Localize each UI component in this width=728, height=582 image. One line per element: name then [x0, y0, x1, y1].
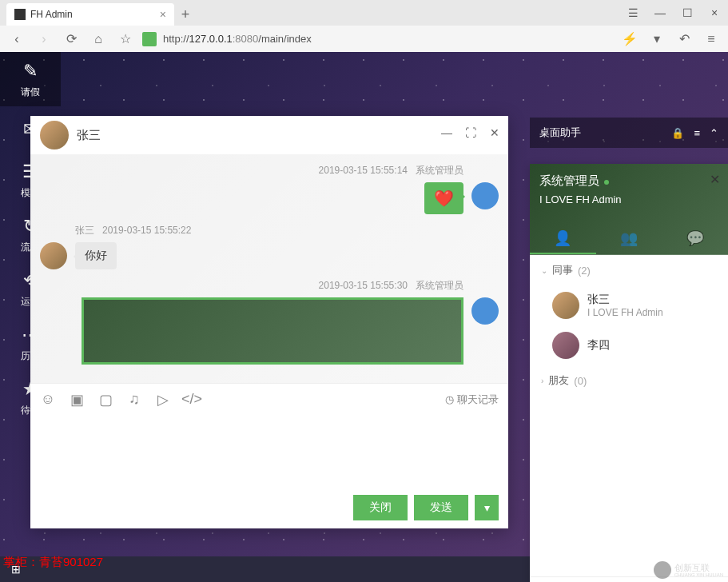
back-button[interactable]: ‹ — [6, 29, 27, 50]
menu-icon[interactable]: ≡ — [694, 127, 700, 139]
chat-toolbar: ☺ ▣ ▢ ♫ ▷ </> ◷ 聊天记录 — [30, 383, 508, 415]
chevron-right-icon: › — [541, 377, 543, 385]
tab-bar: FH Admin × + ☰ — ☐ × — [0, 0, 728, 26]
dropdown-icon[interactable]: ▾ — [646, 29, 667, 50]
group-count: (0) — [574, 375, 587, 387]
message-row: 你好 — [40, 242, 499, 269]
contact-header: ✕ 系统管理员 I LOVE FH Admin 👤 👥 💬 — [530, 164, 728, 255]
message-avatar[interactable] — [471, 182, 499, 209]
message-meta: 张三 2019-03-15 15:55:22 — [75, 224, 499, 237]
chat-textarea[interactable] — [40, 421, 499, 480]
folder-icon[interactable]: ▢ — [97, 392, 113, 408]
main-area: ✎ 请假 ✉ ☰ 模型 ↻ 流程 ⟲ 运行 ⋯ 历史 ★ 待办 张三 — [0, 52, 728, 582]
video-icon[interactable]: ▷ — [155, 392, 171, 408]
message-row — [40, 297, 499, 365]
group-header-colleagues[interactable]: ⌄ 同事 (2) — [530, 255, 728, 285]
contact-avatar — [552, 332, 579, 359]
favorite-button[interactable]: ☆ — [115, 29, 136, 50]
close-icon[interactable]: ✕ — [487, 126, 502, 140]
refresh-button[interactable]: ⟳ — [61, 29, 82, 50]
footer-owner-text: 掌柜：青苔901027 — [3, 555, 103, 570]
message-avatar[interactable] — [471, 297, 499, 325]
group-count: (2) — [578, 265, 591, 277]
chat-history-button[interactable]: ◷ 聊天记录 — [445, 393, 499, 407]
minimize-icon[interactable]: — — [440, 126, 454, 140]
new-tab-button[interactable]: + — [174, 3, 197, 26]
chat-body[interactable]: 2019-03-15 15:55:14 系统管理员 ❤️ 张三 2019-03-… — [30, 154, 508, 383]
tab-close-icon[interactable]: × — [160, 8, 166, 21]
undo-icon[interactable]: ↶ — [674, 29, 694, 50]
code-icon[interactable]: </> — [184, 392, 200, 408]
browser-tab[interactable]: FH Admin × — [6, 3, 174, 26]
tab-group[interactable]: 👥 — [596, 223, 662, 254]
lock-icon[interactable]: 🔒 — [671, 127, 684, 139]
sidebar-label: 请假 — [21, 86, 40, 99]
tab-title: FH Admin — [30, 9, 73, 20]
heart-icon: ❤️ — [434, 189, 454, 207]
close-icon[interactable]: ✕ — [710, 172, 720, 187]
contact-item-lisi[interactable]: 李四 — [530, 325, 728, 365]
browser-chrome: FH Admin × + ☰ — ☐ × ‹ › ⟳ ⌂ ☆ http://12… — [0, 0, 728, 52]
chat-window: 张三 — ⛶ ✕ 2019-03-15 15:55:14 系统管理员 ❤️ 张三… — [30, 116, 508, 528]
url-field[interactable]: http://127.0.0.1:8080/main/index — [163, 33, 613, 45]
image-icon[interactable]: ▣ — [69, 392, 85, 408]
status-dot-icon — [604, 180, 609, 185]
contact-tabs: 👤 👥 💬 — [530, 223, 728, 255]
edit-icon: ✎ — [19, 60, 42, 82]
window-maximize-icon[interactable]: ☐ — [674, 2, 701, 24]
watermark-logo-icon — [654, 561, 671, 579]
message-bubble: ❤️ — [424, 182, 463, 214]
headphone-icon[interactable]: ♫ — [126, 392, 142, 408]
message-avatar[interactable] — [40, 242, 67, 269]
contact-item-zhangsan[interactable]: 张三 I LOVE FH Admin — [530, 285, 728, 325]
watermark: 创新互联 CHUANG XIN HULIAN — [654, 561, 723, 579]
emoji-icon[interactable]: ☺ — [40, 392, 56, 408]
contact-list[interactable]: ⌄ 同事 (2) 张三 I LOVE FH Admin 李四 › 朋友 — [530, 255, 728, 576]
group-name: 朋友 — [548, 373, 569, 388]
forward-button[interactable]: › — [34, 29, 54, 50]
maximize-icon[interactable]: ⛶ — [463, 126, 478, 140]
sidebar-item-leave[interactable]: ✎ 请假 — [0, 52, 61, 106]
home-button[interactable]: ⌂ — [88, 29, 109, 50]
contact-current-status: I LOVE FH Admin — [539, 193, 718, 205]
message-meta: 2019-03-15 15:55:30 系统管理员 — [40, 279, 463, 293]
contact-current-name: 系统管理员 — [539, 173, 718, 189]
group-name: 同事 — [552, 263, 573, 277]
chat-input-area — [30, 415, 508, 487]
collapse-icon[interactable]: ⌃ — [710, 127, 718, 139]
window-controls: ☰ — ☐ × — [619, 0, 728, 26]
tab-messages[interactable]: 💬 — [662, 223, 728, 254]
contact-name: 李四 — [587, 338, 610, 353]
fast-icon[interactable]: ⚡ — [619, 29, 640, 50]
contact-status: I LOVE FH Admin — [587, 307, 663, 318]
desktop-assistant: 桌面助手 🔒 ≡ ⌃ — [530, 118, 728, 148]
desktop-assistant-title: 桌面助手 — [539, 126, 581, 140]
message-image[interactable] — [82, 297, 463, 365]
tab-person[interactable]: 👤 — [530, 223, 596, 254]
close-button[interactable]: 关闭 — [353, 495, 408, 520]
chat-footer: 关闭 发送 ▾ — [30, 487, 508, 528]
chat-title: 张三 — [77, 128, 101, 143]
chevron-down-icon: ⌄ — [541, 266, 547, 275]
contact-panel: ✕ 系统管理员 I LOVE FH Admin 👤 👥 💬 ⌄ 同事 (2) 张… — [530, 164, 728, 582]
group-header-friends[interactable]: › 朋友 (0) — [530, 365, 728, 396]
message-row: ❤️ — [40, 182, 499, 214]
shield-icon[interactable] — [142, 32, 157, 46]
contact-avatar — [552, 292, 579, 319]
tab-favicon — [14, 9, 26, 20]
chat-avatar[interactable] — [40, 121, 69, 149]
send-dropdown-button[interactable]: ▾ — [475, 495, 499, 520]
contact-name: 张三 — [587, 293, 663, 307]
chat-header: 张三 — ⛶ ✕ — [30, 116, 508, 154]
clock-icon: ◷ — [445, 393, 454, 405]
message-meta: 2019-03-15 15:55:14 系统管理员 — [40, 164, 463, 177]
window-close-icon[interactable]: × — [701, 2, 728, 24]
window-pane-icon[interactable]: ☰ — [619, 2, 646, 24]
window-minimize-icon[interactable]: — — [646, 2, 674, 24]
address-bar: ‹ › ⟳ ⌂ ☆ http://127.0.0.1:8080/main/ind… — [0, 26, 728, 52]
desktop-assistant-header[interactable]: 桌面助手 🔒 ≡ ⌃ — [530, 118, 728, 148]
menu-icon[interactable]: ≡ — [701, 29, 722, 50]
send-button[interactable]: 发送 — [414, 495, 468, 520]
message-bubble: 你好 — [75, 242, 117, 269]
